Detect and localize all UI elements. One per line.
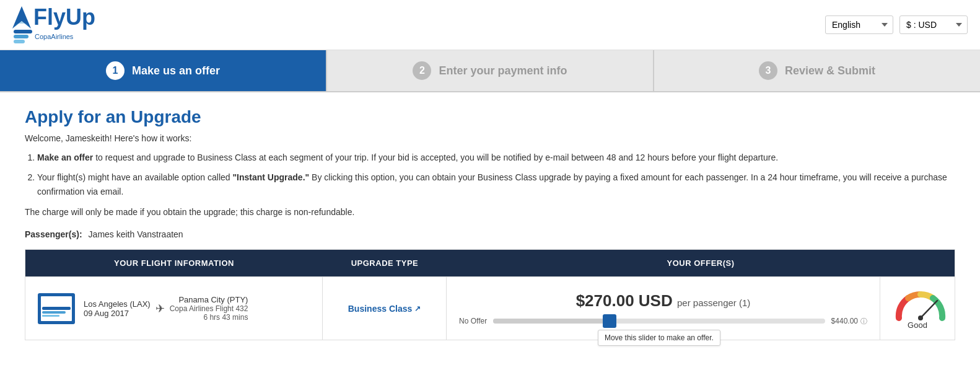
table-header: YOUR FLIGHT INFORMATION UPGRADE TYPE YOU…: [25, 250, 955, 276]
origin-city: Los Angeles (LAX): [84, 299, 151, 309]
slider-max-label: $440.00 ⓘ: [831, 317, 867, 326]
offer-cell: $270.00 USD per passenger (1) No Offer M…: [447, 277, 880, 340]
gauge-label: Good: [908, 320, 927, 330]
gauge-svg: [893, 287, 948, 321]
header: FlyUp CopaAirlines English Español $ : U…: [0, 0, 980, 50]
copa-waves: [14, 30, 32, 43]
instruction-2: Your flight(s) might have an available o…: [37, 170, 955, 198]
welcome-text: Welcome, Jameskeith! Here's how it works…: [25, 133, 955, 143]
flight-duration: 6 hrs 43 mins: [203, 313, 248, 322]
gauge-container: [893, 287, 942, 318]
main-content: Apply for an Upgrade Welcome, Jameskeith…: [0, 92, 980, 355]
gauge-cell: Good: [880, 277, 955, 340]
instruction-1-bold: Make an offer: [37, 152, 93, 162]
passenger-name: James keith Vanstraaten: [89, 229, 183, 239]
page-title: Apply for an Upgrade: [25, 107, 955, 127]
header-controls: English Español $ : USD € : EUR: [825, 15, 968, 34]
instruction-2-text: Your flight(s) might have an available o…: [37, 172, 947, 196]
slider-max-value: $440.00: [831, 317, 858, 325]
flight-date: 09 Aug 2017: [84, 309, 151, 318]
flight-route: Los Angeles (LAX) 09 Aug 2017 ✈ Panama C…: [84, 295, 310, 322]
step-3-label: Review & Submit: [785, 64, 875, 77]
step-2[interactable]: 2 Enter your payment info: [327, 50, 653, 91]
instruction-1-text: to request and upgrade to Business Class…: [93, 152, 778, 162]
business-class-link[interactable]: Business Class ↗: [348, 304, 421, 314]
slider-track[interactable]: Move this slider to make an offer.: [493, 319, 825, 324]
svg-line-7: [921, 301, 937, 318]
flyup-text: FlyUp: [33, 6, 95, 29]
currency-select[interactable]: $ : USD € : EUR: [899, 15, 968, 34]
svg-point-8: [918, 315, 923, 320]
svg-rect-6: [42, 315, 59, 317]
slider-tooltip: Move this slider to make an offer.: [598, 330, 720, 346]
slider-fill: [493, 319, 609, 324]
logo-area: FlyUp CopaAirlines: [12, 6, 95, 43]
destination-city: Panama City (PTY): [178, 295, 248, 304]
step-1[interactable]: 1 Make us an offer: [0, 50, 326, 91]
flight-arrow-icon: ✈: [155, 302, 165, 315]
step-1-label: Make us an offer: [132, 64, 220, 77]
col-upgrade-type: UPGRADE TYPE: [323, 250, 447, 276]
step-3[interactable]: 3 Review & Submit: [654, 50, 980, 91]
flight-table: YOUR FLIGHT INFORMATION UPGRADE TYPE YOU…: [25, 249, 955, 340]
charge-note: The charge will only be made if you obta…: [25, 207, 955, 217]
passenger-row: Passenger(s): James keith Vanstraaten: [25, 229, 955, 239]
copa-airline-logo-svg: [39, 294, 74, 323]
svg-rect-4: [42, 307, 71, 310]
slider-container: No Offer Move this slider to make an off…: [459, 317, 867, 326]
steps-bar: 1 Make us an offer 2 Enter your payment …: [0, 50, 980, 92]
language-select[interactable]: English Español: [825, 15, 893, 34]
flight-origin: Los Angeles (LAX) 09 Aug 2017: [84, 299, 151, 318]
instant-upgrade-bold: "Instant Upgrade.": [232, 172, 309, 182]
flight-number: Copa Airlines Flight 432: [170, 304, 248, 313]
step-2-circle: 2: [413, 61, 431, 80]
flight-destination-info: Panama City (PTY) Copa Airlines Flight 4…: [170, 295, 248, 322]
instruction-1: Make an offer to request and upgrade to …: [37, 151, 955, 164]
slider-thumb[interactable]: [603, 314, 616, 328]
airline-logo: [38, 293, 75, 324]
flyup-logo: FlyUp: [12, 6, 95, 29]
svg-marker-0: [12, 6, 31, 29]
col-your-offers: YOUR OFFER(S): [447, 250, 955, 276]
instructions-list: Make an offer to request and upgrade to …: [25, 151, 955, 198]
offer-and-gauge: $270.00 USD per passenger (1) No Offer M…: [447, 277, 955, 340]
step-1-circle: 1: [106, 61, 125, 80]
flight-info-cell: Los Angeles (LAX) 09 Aug 2017 ✈ Panama C…: [25, 277, 323, 340]
step-2-label: Enter your payment info: [439, 64, 567, 77]
col-flight-info: YOUR FLIGHT INFORMATION: [25, 250, 323, 276]
flyup-logo-icon: [12, 6, 31, 29]
table-row: Los Angeles (LAX) 09 Aug 2017 ✈ Panama C…: [25, 276, 955, 340]
copa-text: CopaAirlines: [35, 33, 73, 40]
external-link-icon: ↗: [414, 304, 421, 313]
offer-per-passenger: per passenger (1): [677, 298, 750, 308]
upgrade-type-cell: Business Class ↗: [323, 277, 447, 340]
svg-rect-5: [42, 311, 66, 314]
copa-logo: CopaAirlines: [14, 30, 73, 43]
step-3-circle: 3: [759, 61, 777, 80]
offer-price: $270.00 USD per passenger (1): [576, 291, 751, 311]
passenger-label: Passenger(s):: [25, 229, 82, 239]
business-class-label: Business Class: [348, 304, 413, 314]
info-icon[interactable]: ⓘ: [860, 317, 867, 326]
slider-min-label: No Offer: [459, 317, 487, 325]
offer-price-value: $270.00 USD: [576, 291, 673, 310]
